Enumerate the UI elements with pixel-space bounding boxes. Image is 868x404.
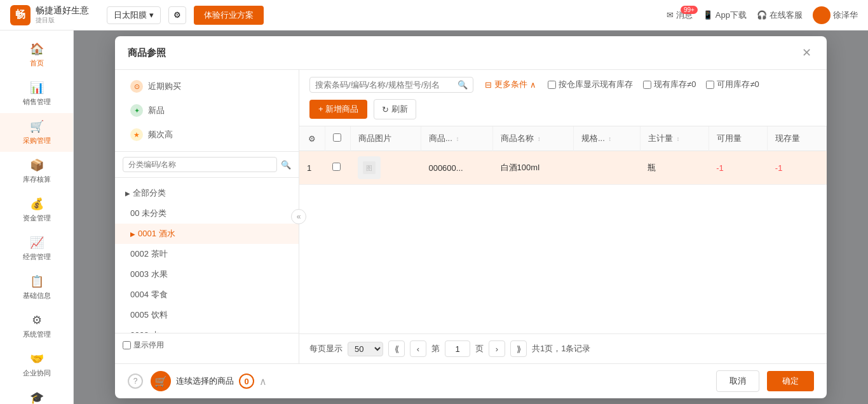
sidebar-label-collab: 企业协同: [23, 368, 51, 378]
sidebar-label-sales: 销售管理: [23, 97, 51, 107]
modal-overlay: 商品参照 ✕ ⊙ 近期购买 ✦ 新品: [74, 30, 868, 404]
page-number-input[interactable]: [445, 340, 470, 357]
th-available[interactable]: 可用量: [709, 126, 768, 151]
page-first-button[interactable]: ⟪: [388, 340, 405, 357]
cart-icon[interactable]: 🛒: [151, 371, 171, 391]
sidebar-item-guide[interactable]: 🎓 新手引导: [0, 384, 73, 404]
show-disabled-checkbox[interactable]: 显示停用: [123, 340, 164, 351]
page-total-info: 共1页，1条记录: [532, 343, 590, 354]
message-icon: ✉: [667, 10, 674, 20]
cb-stock-ne0[interactable]: 现有库存≠0: [643, 79, 696, 90]
cat-0008[interactable]: 0008 水: [115, 325, 299, 333]
cb-stock-ne0-input[interactable]: [643, 81, 651, 89]
cart-area: 🛒 连续选择的商品 0 ∧: [151, 371, 267, 391]
page-last-button[interactable]: ⟫: [510, 340, 527, 357]
per-page-label: 每页显示: [309, 343, 342, 354]
sidebar-item-operations[interactable]: 📈 经营管理: [0, 229, 73, 268]
th-code[interactable]: 商品... ↕: [421, 126, 492, 151]
modal-close-button[interactable]: ✕: [799, 45, 814, 60]
th-settings[interactable]: ⚙: [299, 126, 325, 151]
cart-count: 0: [239, 374, 254, 389]
cb-avail-ne0-input[interactable]: [706, 81, 714, 89]
cb-warehouse-label: 按仓库显示现有库存: [559, 79, 633, 90]
th-name[interactable]: 商品名称 ↕: [493, 126, 574, 151]
th-stock[interactable]: 现存量: [768, 126, 827, 151]
confirm-button[interactable]: 确定: [767, 371, 814, 391]
main-layout: 🏠 首页 📊 销售管理 🛒 采购管理 📦 库存核算 💰 资金管理 📈 经营管理 …: [0, 30, 868, 404]
table-header-row: ⚙ 商品图片 商品... ↕ 商品名称 ↕ 规格... ↕ 主计量 ↕ 可用量: [299, 126, 827, 151]
gear-button[interactable]: ⚙: [168, 6, 186, 24]
left-panel: ⊙ 近期购买 ✦ 新品 ★ 频次高 «: [115, 70, 299, 363]
sidebar-label-system: 系统管理: [23, 330, 51, 339]
sidebar-label-home: 首页: [30, 58, 44, 68]
logo-app-name: 畅捷通好生意: [36, 5, 89, 16]
headset-icon: 🎧: [757, 10, 767, 20]
modal-title: 商品参照: [128, 47, 166, 59]
sidebar-label-operations: 经营管理: [23, 252, 51, 262]
messages-button[interactable]: ✉ 消息 99+: [667, 10, 693, 21]
th-unit[interactable]: 主计量 ↕: [640, 126, 709, 151]
sidebar-item-inventory[interactable]: 📦 库存核算: [0, 152, 73, 191]
quick-frequent[interactable]: ★ 频次高: [123, 125, 291, 145]
quick-new[interactable]: ✦ 新品: [123, 100, 291, 121]
sidebar-item-home[interactable]: 🏠 首页: [0, 36, 73, 74]
cat-0003[interactable]: 0003 水果: [115, 264, 299, 285]
td-stock: -1: [768, 151, 827, 185]
sidebar-label-inventory: 库存核算: [23, 175, 51, 184]
search-submit-icon[interactable]: 🔍: [458, 80, 468, 90]
recent-label: 近期购买: [148, 81, 181, 92]
category-search-input[interactable]: [123, 157, 277, 172]
page-prev-button[interactable]: ‹: [410, 340, 426, 357]
modal-footer: ? 🛒 连续选择的商品 0 ∧ 取消 确定: [115, 363, 827, 398]
cart-expand-icon[interactable]: ∧: [259, 375, 267, 387]
mobile-icon: 📱: [703, 10, 713, 20]
show-disabled-input[interactable]: [123, 341, 131, 349]
collapse-panel-button[interactable]: «: [291, 209, 306, 224]
new-label: 新品: [148, 105, 165, 116]
add-product-button[interactable]: + 新增商品: [309, 100, 367, 119]
help-button[interactable]: ?: [128, 374, 143, 389]
trial-button[interactable]: 体验行业方案: [194, 6, 264, 25]
cat-0005[interactable]: 0005 饮料: [115, 305, 299, 325]
product-search-input[interactable]: [315, 80, 455, 90]
cb-warehouse-input[interactable]: [548, 81, 556, 89]
cat-00[interactable]: 00 未分类: [115, 203, 299, 224]
home-icon: 🏠: [30, 42, 44, 56]
sidebar-item-system[interactable]: ⚙ 系统管理: [0, 307, 73, 346]
td-code: 000600...: [421, 151, 492, 185]
sidebar-item-purchase[interactable]: 🛒 采购管理: [0, 113, 73, 152]
cancel-button[interactable]: 取消: [716, 370, 759, 392]
cat-0002[interactable]: 0002 茶叶: [115, 244, 299, 264]
table-row[interactable]: 1 图 000600... 白酒100ml: [299, 151, 827, 185]
quick-recent[interactable]: ⊙ 近期购买: [123, 76, 291, 97]
cat-0003-label: 0003 水果: [130, 269, 168, 280]
user-menu[interactable]: 徐泽华: [813, 6, 858, 24]
cat-0004[interactable]: 0004 零食: [115, 285, 299, 305]
search-icon[interactable]: 🔍: [281, 160, 291, 170]
store-selector[interactable]: 日太阳膜 ▾: [107, 6, 161, 24]
cb-warehouse[interactable]: 按仓库显示现有库存: [548, 79, 633, 90]
cat-0004-label: 0004 零食: [130, 289, 168, 300]
cat-0002-label: 0002 茶叶: [130, 248, 168, 260]
collab-icon: 🤝: [30, 352, 44, 366]
guide-icon: 🎓: [30, 391, 44, 404]
quick-access: ⊙ 近期购买 ✦ 新品 ★ 频次高: [115, 76, 299, 152]
cat-all[interactable]: ▶ 全部分类: [115, 183, 299, 203]
sidebar-item-finance[interactable]: 💰 资金管理: [0, 191, 73, 229]
select-all-checkbox[interactable]: [333, 133, 341, 142]
sidebar-item-sales[interactable]: 📊 销售管理: [0, 74, 73, 113]
td-index: 1: [299, 151, 325, 185]
cb-stock-ne0-label: 现有库存≠0: [654, 79, 696, 90]
sidebar-item-collab[interactable]: 🤝 企业协同: [0, 346, 73, 384]
online-service-button[interactable]: 🎧 在线客服: [757, 10, 803, 21]
page-next-button[interactable]: ›: [489, 340, 505, 357]
sidebar-item-base-info[interactable]: 📋 基础信息: [0, 268, 73, 307]
cb-avail-ne0[interactable]: 可用库存≠0: [706, 79, 759, 90]
row-checkbox[interactable]: [332, 163, 341, 171]
th-spec[interactable]: 规格... ↕: [573, 126, 640, 151]
refresh-button[interactable]: ↻ 刷新: [374, 99, 416, 119]
app-download-button[interactable]: 📱 App下载: [703, 10, 747, 21]
filter-more-button[interactable]: ⊟ 更多条件 ∧: [480, 76, 541, 93]
per-page-select[interactable]: 50 100 200: [348, 342, 383, 356]
cat-0001[interactable]: ▶ 0001 酒水: [115, 224, 299, 244]
